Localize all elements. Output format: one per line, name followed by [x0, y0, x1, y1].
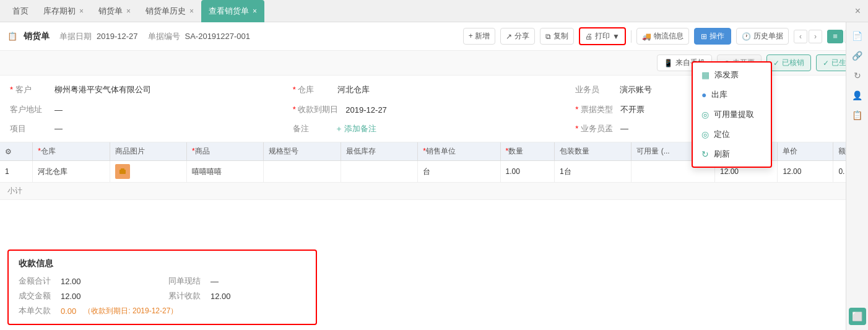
- cell-unit-price: 12.00: [778, 161, 833, 183]
- cumulative-item: 累计收款 12.00: [168, 290, 306, 302]
- payment-date-value: 2019-12-27: [343, 104, 389, 116]
- prev-arrow[interactable]: ‹: [794, 30, 807, 43]
- sidebar-refresh-icon[interactable]: ↻: [849, 67, 866, 84]
- add-note-button[interactable]: ＋ 添加备注: [335, 123, 376, 134]
- subtotal-row: 小计: [0, 183, 868, 200]
- doc-header-left: 📋 销货单 单据日期 2019-12-27 单据编号 SA-20191227-0…: [7, 31, 250, 42]
- tab-sales-history[interactable]: 销货单历史 ×: [138, 0, 201, 22]
- total-amount-item: 金额合计 12.00: [19, 276, 156, 287]
- window-close-icon[interactable]: ×: [855, 6, 861, 17]
- col-settings[interactable]: ⚙: [0, 142, 33, 161]
- same-order-label: 同单现结: [168, 276, 206, 287]
- nav-arrows: ‹ ›: [794, 30, 822, 43]
- address-label: 客户地址: [10, 104, 47, 115]
- transaction-amount-label: 成交金额: [19, 290, 56, 302]
- doc-header: 📋 销货单 单据日期 2019-12-27 单据编号 SA-20191227-0…: [0, 22, 868, 51]
- effective-icon: ✓: [823, 59, 829, 67]
- subtotal-cell: 小计: [0, 183, 868, 200]
- number-label: 单据编号: [148, 31, 180, 42]
- confirmed-badge[interactable]: ✓ 已核销: [766, 54, 811, 71]
- notes-field: 备注 ＋ 添加备注: [293, 123, 576, 134]
- tab-close-inventory[interactable]: ×: [79, 7, 84, 15]
- cell-image: [110, 161, 186, 183]
- col-image: 商品图片: [110, 142, 186, 161]
- transaction-amount-value: 12.00: [61, 292, 81, 301]
- project-field: 项目 —: [10, 123, 293, 134]
- tab-close-view-sales[interactable]: ×: [253, 7, 257, 15]
- customer-value: 柳州粤港平安气体有限公司: [52, 83, 154, 97]
- payment-date-label: 收款到期日: [293, 104, 339, 115]
- date-value: 2019-12-27: [97, 32, 138, 41]
- print-dropdown-arrow: ▼: [612, 32, 620, 41]
- col-min-stock: 最低库存: [341, 142, 417, 161]
- cell-seq: 1: [0, 161, 33, 183]
- address-field: 客户地址 —: [10, 104, 293, 116]
- copy-icon: ⧉: [545, 32, 551, 41]
- sidebar-link-icon[interactable]: 🔗: [849, 47, 866, 64]
- sidebar-expand-icon[interactable]: ⬜: [849, 308, 866, 325]
- warehouse-label: 仓库: [293, 84, 330, 95]
- list-view-btn[interactable]: ≡: [827, 30, 843, 43]
- divider: [631, 30, 631, 43]
- doc-header-right: + 新增 ↗ 分享 ⧉ 复制 🖨 打印 ▼ 🚚 物流信息 ⊞ 操作: [463, 27, 861, 45]
- share-button[interactable]: ↗ 分享: [500, 28, 535, 45]
- tab-home[interactable]: 首页: [5, 0, 36, 22]
- ticket-label: 票据类型: [575, 104, 613, 115]
- project-value: —: [52, 123, 65, 134]
- invoice-icon: ▦: [701, 70, 710, 80]
- svg-rect-2: [121, 168, 124, 170]
- ticket-value: 不开票: [618, 103, 647, 116]
- refresh-icon: ↻: [701, 149, 709, 159]
- operations-button[interactable]: ⊞ 操作: [694, 28, 731, 45]
- payment-info-box: 收款信息 金额合计 12.00 同单现结 — 成交金额 12.00 累计收款 1…: [7, 250, 317, 325]
- outbound-item[interactable]: ● 出库: [693, 85, 771, 105]
- cell-product: 嘻嘻嘻嘻: [186, 161, 263, 183]
- balance-label: 本单欠款: [19, 305, 56, 316]
- sidebar-user-icon[interactable]: 👤: [849, 87, 866, 104]
- number-value: SA-20191227-001: [185, 32, 251, 41]
- logistics-button[interactable]: 🚚 物流信息: [636, 28, 689, 45]
- phone-icon: 📱: [664, 59, 673, 67]
- next-arrow[interactable]: ›: [809, 30, 822, 43]
- add-invoice-item[interactable]: ▦ 添发票: [693, 65, 771, 85]
- locate-icon: ◎: [701, 129, 709, 139]
- copy-button[interactable]: ⧉ 复制: [540, 28, 574, 45]
- history-button[interactable]: 🕐 历史单据: [736, 28, 789, 45]
- col-unit-price: 单价: [778, 142, 833, 161]
- date-label: 单据日期: [59, 31, 92, 42]
- cell-unit: 台: [418, 161, 500, 183]
- same-order-item: 同单现结 —: [168, 276, 306, 287]
- transaction-amount-item: 成交金额 12.00: [19, 290, 156, 302]
- history-icon: 🕐: [742, 32, 751, 41]
- product-thumbnail: [115, 164, 130, 179]
- sidebar-doc-icon[interactable]: 📄: [849, 27, 866, 45]
- cumulative-value: 12.00: [210, 292, 231, 301]
- available-qty-item[interactable]: ◎ 可用量提取: [693, 105, 771, 124]
- right-sidebar: 📄 🔗 ↻ 👤 📋 ⬜: [846, 22, 868, 330]
- operations-dropdown: ▦ 添发票 ● 出库 ◎ 可用量提取 ◎ 定位 ↻ 刷新: [692, 61, 772, 168]
- new-button[interactable]: + 新增: [463, 28, 495, 45]
- balance-hint: （收款到期日: 2019-12-27）: [84, 306, 178, 316]
- doc-title: 销货单: [24, 31, 50, 42]
- tab-view-sales[interactable]: 查看销货单 ×: [201, 0, 264, 22]
- payment-date-field: 收款到期日 2019-12-27: [293, 104, 576, 116]
- col-product: *商品: [186, 142, 263, 161]
- tab-close-history[interactable]: ×: [189, 7, 194, 15]
- print-icon: 🖨: [585, 32, 592, 41]
- sidebar-clip-icon[interactable]: 📋: [849, 106, 866, 124]
- refresh-item[interactable]: ↻ 刷新: [693, 144, 771, 164]
- warehouse-value: 河北仓库: [335, 83, 372, 97]
- locate-item[interactable]: ◎ 定位: [693, 124, 771, 144]
- plus-icon: ＋: [335, 123, 343, 134]
- print-button[interactable]: 🖨 打印 ▼: [579, 27, 626, 45]
- col-spec: 规格型号: [264, 142, 341, 161]
- tab-close-sales[interactable]: ×: [126, 7, 131, 15]
- staff-value: 演示账号: [617, 83, 654, 97]
- total-amount-label: 金额合计: [19, 276, 56, 287]
- cell-warehouse: 河北仓库: [33, 161, 110, 183]
- address-value: —: [52, 104, 65, 116]
- tab-inventory-init[interactable]: 库存期初 ×: [36, 0, 91, 22]
- cell-pack-qty: 1台: [554, 161, 631, 183]
- share-icon: ↗: [506, 32, 512, 41]
- tab-sales-order[interactable]: 销货单 ×: [91, 0, 138, 22]
